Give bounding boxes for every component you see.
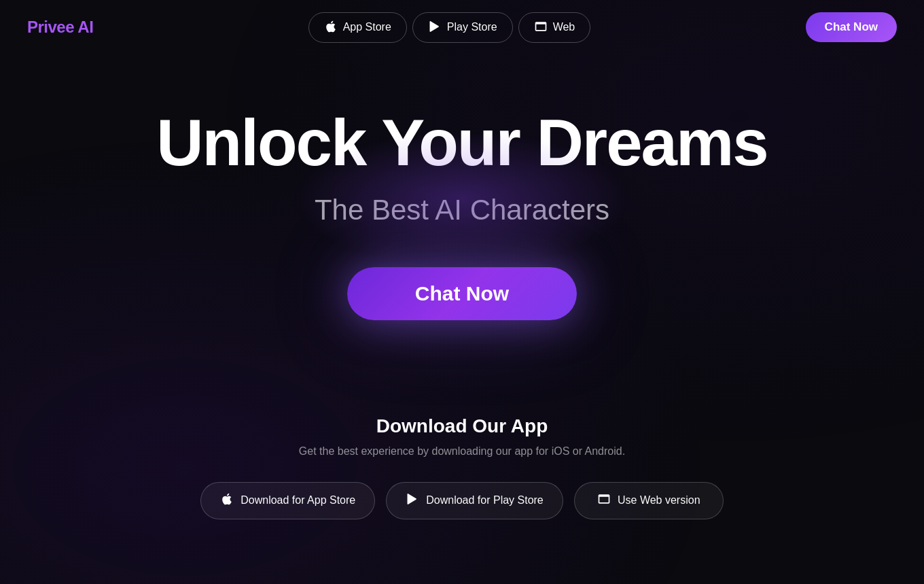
hero-title: Unlock Your Dreams bbox=[156, 109, 767, 177]
apple-svg bbox=[324, 20, 338, 33]
chat-now-nav-button[interactable]: Chat Now bbox=[806, 12, 897, 42]
web-download-svg bbox=[597, 492, 611, 506]
apple-download-svg bbox=[220, 492, 234, 506]
hero-section: Unlock Your Dreams The Best AI Character… bbox=[0, 54, 924, 402]
apple-download-icon bbox=[220, 492, 234, 509]
download-app-store-label: Download for App Store bbox=[241, 494, 355, 506]
nav-links: App Store Play Store Web bbox=[308, 12, 591, 43]
download-subtitle: Get the best experience by downloading o… bbox=[27, 445, 897, 458]
use-web-version-button[interactable]: Use Web version bbox=[574, 482, 724, 519]
web-download-icon bbox=[597, 492, 611, 509]
web-svg bbox=[534, 20, 548, 33]
play-store-nav-button[interactable]: Play Store bbox=[412, 12, 513, 43]
download-play-store-label: Download for Play Store bbox=[426, 494, 544, 506]
community-section: Join our Privee AI Community! Discover a… bbox=[0, 560, 924, 584]
logo[interactable]: Privee AI bbox=[27, 18, 93, 37]
download-buttons: Download for App Store Download for Play… bbox=[27, 482, 897, 519]
download-section: Download Our App Get the best experience… bbox=[0, 402, 924, 560]
web-icon bbox=[534, 20, 548, 35]
use-web-version-label: Use Web version bbox=[618, 494, 700, 506]
download-play-store-button[interactable]: Download for Play Store bbox=[386, 482, 563, 519]
playstore-icon bbox=[428, 20, 442, 35]
playstore-download-icon bbox=[406, 492, 419, 509]
web-nav-button[interactable]: Web bbox=[518, 12, 591, 43]
app-store-nav-label: App Store bbox=[343, 21, 391, 33]
download-app-store-button[interactable]: Download for App Store bbox=[200, 482, 375, 519]
play-store-nav-label: Play Store bbox=[447, 21, 497, 33]
playstore-download-svg bbox=[406, 492, 419, 506]
apple-icon bbox=[324, 20, 338, 35]
app-store-nav-button[interactable]: App Store bbox=[308, 12, 407, 43]
playstore-svg bbox=[428, 20, 442, 33]
navbar: Privee AI App Store Play Store bbox=[0, 0, 924, 54]
download-title: Download Our App bbox=[27, 415, 897, 437]
hero-chat-now-button[interactable]: Chat Now bbox=[347, 267, 577, 320]
web-nav-label: Web bbox=[553, 21, 575, 33]
hero-subtitle: The Best AI Characters bbox=[315, 194, 609, 226]
